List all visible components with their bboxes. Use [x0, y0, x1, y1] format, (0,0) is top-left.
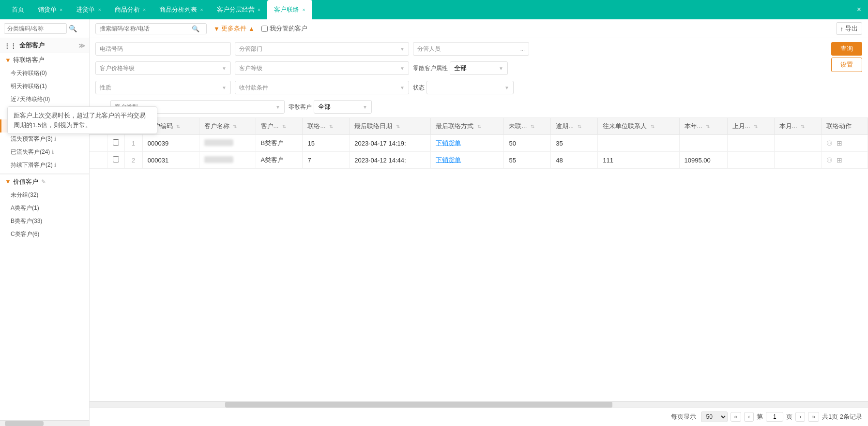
row-method-link[interactable]: 下销货单 — [436, 156, 461, 163]
sidebar-item-class-b[interactable]: B类客户(33) — [0, 215, 89, 228]
row-last-method[interactable]: 下销货单 — [431, 135, 504, 152]
sidebar-scroll-bar[interactable] — [0, 420, 89, 426]
value-customer-group[interactable]: ▼ 价值客户 ✎ — [0, 175, 89, 189]
more-conditions-btn[interactable]: ▼ 更多条件 ▲ — [210, 23, 259, 34]
col-category[interactable]: 客户... ⇅ — [256, 118, 303, 135]
my-customer-checkbox[interactable] — [261, 26, 268, 32]
search-input[interactable] — [100, 25, 192, 32]
page-input[interactable] — [766, 412, 783, 422]
row-checkbox[interactable] — [113, 139, 119, 146]
sidebar-search-input[interactable] — [4, 23, 67, 34]
sidebar-item-today[interactable]: 今天待联络(0) — [0, 67, 89, 80]
nav-item-customer-tier[interactable]: 客户分层经营 × — [210, 0, 267, 19]
sidebar-item-ungrouped[interactable]: 未分组(32) — [0, 189, 89, 202]
nav-item-purchase[interactable]: 进货单 × — [69, 0, 107, 19]
settings-button[interactable]: 设置 — [831, 58, 862, 72]
link-action-icon[interactable]: ⚇ — [826, 156, 833, 164]
close-analysis-tab[interactable]: × — [143, 7, 146, 13]
filter-phone[interactable]: 电话号码 — [95, 42, 231, 56]
link-action-icon[interactable]: ⚇ — [826, 139, 833, 147]
row-method-link[interactable]: 下销货单 — [436, 139, 461, 147]
zero-customer-select[interactable]: 全部 ▼ — [314, 100, 372, 114]
col-last-method[interactable]: 最后联络方式 ⇅ — [431, 118, 504, 135]
next-page-btn[interactable]: › — [795, 412, 805, 422]
nav-item-customer-contact[interactable]: 客户联络 × — [267, 0, 312, 19]
sidebar-item-lost[interactable]: 已流失客户(24) ℹ — [0, 146, 89, 159]
nav-item-analysis-list[interactable]: 商品分析列表 × — [152, 0, 210, 19]
sidebar-item-class-a[interactable]: A类客户(1) — [0, 202, 89, 215]
row-category: B类客户 — [256, 135, 303, 152]
close-customer-tier-tab[interactable]: × — [258, 7, 260, 13]
collapse-icon[interactable]: ⋮⋮ — [4, 42, 16, 49]
nav-item-home[interactable]: 首页 — [5, 0, 31, 19]
row-overdue: 48 — [551, 152, 598, 169]
close-customer-contact-tab[interactable]: × — [302, 7, 305, 13]
sidebar-item-declining[interactable]: 持续下滑客户(2) ℹ — [0, 159, 89, 172]
row-checkbox-cell[interactable] — [107, 152, 124, 169]
sidebar-expand-icon[interactable]: ≫ — [78, 42, 85, 49]
my-customer-filter[interactable]: 我分管的客户 — [261, 24, 307, 33]
all-customers-header[interactable]: ⋮⋮ 全部客户 ≫ — [0, 38, 89, 53]
row-actions: ⚇ ⊞ — [821, 135, 868, 152]
nav-item-analysis[interactable]: 商品分析 × — [108, 0, 152, 19]
close-all-tabs[interactable]: × — [857, 5, 861, 14]
grid-action-icon[interactable]: ⊞ — [837, 156, 842, 164]
more-arrow: ▲ — [248, 25, 255, 32]
row-last-date: 2023-04-17 14:19: — [350, 135, 431, 152]
filter-gender[interactable]: 性质 ▼ — [95, 81, 231, 94]
grid-action-icon[interactable]: ⊞ — [837, 139, 842, 147]
filter-search-icon[interactable]: 🔍 — [192, 25, 199, 32]
status-select[interactable]: ▼ — [426, 81, 514, 94]
table-scroll-bar[interactable] — [90, 401, 868, 407]
close-analysis-list-tab[interactable]: × — [200, 7, 203, 13]
filter-rows-container: 电话号码 分管部门 ▼ 分管人员 ... — [95, 42, 862, 114]
loss-warning-info-icon[interactable]: ℹ — [54, 136, 56, 142]
pagination-bar: 每页显示 50 20 100 « ‹ 第 页 › » 共1页 2条记录 — [90, 407, 868, 426]
col-contact[interactable]: 联络... ⇅ — [303, 118, 350, 135]
query-button[interactable]: 查询 — [831, 42, 862, 56]
zero-retail-select[interactable]: 全部 ▼ — [450, 61, 508, 75]
col-last-date[interactable]: 最后联络日期 ⇅ — [350, 118, 431, 135]
col-last-month[interactable]: 上月... ⇅ — [727, 118, 774, 135]
filter-buttons: 查询 设置 — [831, 42, 862, 72]
lmonth-sort: ⇅ — [754, 124, 758, 129]
tooltip-box: 距客户上次交易时长，超过了此客户的平均交易周期的1.5倍，则视为异常。 — [7, 106, 90, 134]
filter-dept[interactable]: 分管部门 ▼ — [235, 42, 409, 56]
filter-payment[interactable]: 收付款条件 ▼ — [235, 81, 409, 94]
sidebar-item-loss-warning[interactable]: 流失预警客户(3) ℹ — [0, 132, 89, 146]
manager-dots[interactable]: ... — [520, 46, 525, 52]
table-scroll-thumb — [225, 402, 612, 408]
filter-price-level[interactable]: 客户价格等级 ▼ — [95, 61, 231, 75]
row-last-date: 2023-04-12 14:44: — [350, 152, 431, 169]
filter-manager[interactable]: 分管人员 ... — [413, 42, 529, 56]
sidebar-item-7days[interactable]: 近7天待联络(0) — [0, 93, 89, 106]
col-name[interactable]: 客户名称 ⇅ — [199, 118, 256, 135]
lost-info-icon[interactable]: ℹ — [52, 149, 54, 155]
col-this-year[interactable]: 本年... ⇅ — [679, 118, 727, 135]
waiting-contact-group[interactable]: ▼ 待联络客户 — [0, 53, 89, 67]
col-overdue[interactable]: 逾期... ⇅ — [551, 118, 598, 135]
close-purchase-tab[interactable]: × — [98, 7, 101, 13]
last-page-btn[interactable]: » — [808, 412, 819, 422]
value-group-edit-icon[interactable]: ✎ — [41, 178, 46, 185]
nav-item-sales[interactable]: 销货单 × — [31, 0, 69, 19]
row-checkbox[interactable] — [113, 156, 119, 162]
declining-info-icon[interactable]: ℹ — [54, 162, 56, 168]
first-page-btn[interactable]: « — [731, 412, 742, 422]
col-this-month[interactable]: 本月... ⇅ — [774, 118, 821, 135]
prev-page-btn[interactable]: ‹ — [744, 412, 754, 422]
row-checkbox-cell[interactable] — [107, 135, 124, 152]
close-sales-tab[interactable]: × — [60, 7, 62, 13]
col-uncontacted[interactable]: 未联... ⇅ — [504, 118, 551, 135]
contacts-sort: ⇅ — [651, 124, 655, 129]
filter-customer-level[interactable]: 客户等级 ▼ — [235, 61, 409, 75]
row-last-method[interactable]: 下销货单 — [431, 152, 504, 169]
sidebar-item-tomorrow[interactable]: 明天待联络(1) — [0, 80, 89, 93]
sidebar-search-icon[interactable]: 🔍 — [69, 25, 77, 32]
col-contacts[interactable]: 往来单位联系人 ⇅ — [598, 118, 679, 135]
export-button[interactable]: ↑ 导出 — [836, 22, 863, 35]
sidebar-item-class-c[interactable]: C类客户(6) — [0, 228, 89, 241]
sidebar: 🔍 ⋮⋮ 全部客户 ≫ ▼ 待联络客户 今天待联络(0) 明天待联络(1) 近7… — [0, 19, 90, 426]
row-last-month — [727, 135, 774, 152]
per-page-select[interactable]: 50 20 100 — [701, 411, 728, 422]
